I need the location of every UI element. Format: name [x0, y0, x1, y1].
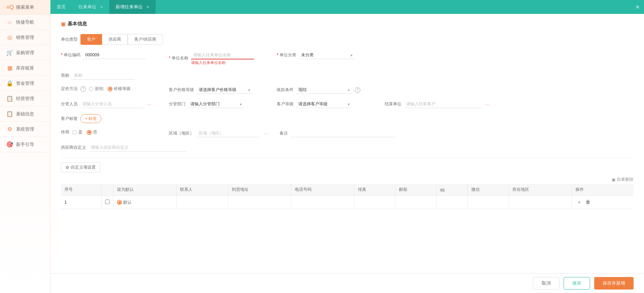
sidebar-item-operation[interactable]: 📋 经营管理: [0, 91, 50, 106]
sidebar-item-label: 销售管理: [16, 34, 34, 41]
department-field: 分管部门 请输入分管部门: [169, 100, 266, 108]
save-and-new-button[interactable]: 保存并新增: [594, 277, 634, 290]
inventory-icon: ▦: [6, 65, 13, 71]
unit-name-label: 单位名称: [169, 55, 188, 61]
manager-input[interactable]: [80, 100, 143, 108]
unit-category-select[interactable]: 未分类: [299, 51, 355, 59]
region-input[interactable]: [197, 129, 259, 137]
col-region: 所在地区: [509, 184, 572, 196]
row-checkbox[interactable]: [105, 200, 110, 204]
abbreviation-input[interactable]: [72, 72, 135, 80]
main-area: 首页 往来单位 ✕ 新增往来单位 ✕ ✕ ▣ 基本信息 单位类型 客户 供应商 …: [50, 0, 644, 293]
tab-bar: 首页 往来单位 ✕ 新增往来单位 ✕ ✕: [50, 0, 644, 14]
tab-partners-close[interactable]: ✕: [100, 5, 103, 9]
unit-name-error-wrapper: 请输入往来单位名称: [191, 51, 254, 65]
remarks-label: 备注: [280, 130, 288, 136]
row-phone: [291, 196, 354, 209]
customer-level-select[interactable]: 请选择客户等级: [296, 100, 352, 108]
cancel-button[interactable]: 取消: [533, 277, 559, 290]
manager-more-btn[interactable]: ···: [146, 101, 153, 107]
supplier-custom-row: 供应商自定义: [61, 144, 634, 152]
row-add-btn[interactable]: ＋: [575, 198, 583, 206]
payment-terms-select[interactable]: 现结: [296, 86, 352, 94]
table-header-row: 序号 设为默认 联系人 到货地址 电话号码 传真 邮箱 qq 微信 所在地区 操…: [61, 184, 634, 196]
unit-name-error-msg: 请输入往来单位名称: [191, 60, 254, 65]
pricing-level-option[interactable]: 价格等级: [108, 86, 131, 92]
unit-type-customer-btn[interactable]: 客户: [80, 34, 102, 45]
disabled-label: 停用: [61, 129, 69, 135]
pricing-level-radio: [108, 87, 112, 91]
department-select[interactable]: 请输入分管部门: [188, 100, 244, 108]
col-fax: 传真: [354, 184, 395, 196]
sidebar-item-finance[interactable]: 🔒 资金管理: [0, 76, 50, 91]
supplier-custom-input[interactable]: [89, 144, 186, 152]
tab-home-label: 首页: [57, 4, 66, 10]
disabled-no-label: 否: [93, 129, 97, 135]
row-seq: 1: [61, 196, 102, 209]
pricing-discount-label: 折扣: [95, 86, 103, 92]
sidebar-item-search[interactable]: ≡Q 搜索菜单: [0, 0, 50, 15]
customer-level-field: 客户等级 请选择客户等级: [277, 100, 374, 108]
tab-new-partner-close[interactable]: ✕: [146, 5, 149, 9]
code-name-category-row: 单位编码 单位名称 请输入往来单位名称 单位分类 未分类: [61, 51, 634, 65]
row-checkbox-cell: [102, 196, 113, 209]
sidebar-item-guide[interactable]: 🎯 新手引导: [0, 137, 50, 152]
tab-partners[interactable]: 往来单位 ✕: [72, 0, 109, 14]
unit-code-field: 单位编码: [61, 51, 158, 59]
tab-home[interactable]: 首页: [50, 0, 72, 14]
row-default-radio-option[interactable]: 默认: [117, 200, 173, 205]
settlement-unit-label: 结算单位: [385, 101, 401, 107]
home-icon: ⌂: [6, 19, 13, 25]
basic-info-icon: 📋: [6, 111, 13, 117]
remarks-input[interactable]: [291, 129, 395, 137]
purchase-icon: 🛒: [6, 49, 13, 56]
row-default-label: 默认: [123, 200, 132, 205]
department-select-wrap: 请输入分管部门: [188, 100, 244, 108]
pricing-help-icon[interactable]: ?: [80, 86, 86, 92]
custom-settings-btn[interactable]: ⚙ 自定义项设置: [61, 162, 100, 172]
section-divider: [61, 158, 634, 158]
tab-new-partner-label: 新增往来单位: [116, 4, 143, 10]
sidebar-item-quick-nav[interactable]: ⌂ 快捷导航: [0, 15, 50, 30]
supplier-custom-label: 供应商自定义: [61, 145, 86, 150]
unit-type-supplier-btn[interactable]: 供应商: [102, 34, 128, 45]
settlement-unit-more-btn[interactable]: ···: [484, 101, 490, 107]
disabled-no-option[interactable]: 否: [87, 129, 97, 135]
sidebar-item-label: 资金管理: [16, 80, 34, 87]
unit-code-input[interactable]: [83, 51, 146, 59]
sidebar-item-inventory[interactable]: ▦ 库存核算: [0, 60, 50, 76]
abbreviation-field: 简称: [61, 72, 158, 80]
sidebar-item-system[interactable]: ⚙ 系统管理: [0, 122, 50, 137]
row-action: ＋ 🗑: [572, 196, 634, 209]
bottom-bar: 取消 保存 保存并新增: [50, 273, 644, 293]
row-region: [509, 196, 572, 209]
sidebar-item-purchase[interactable]: 🛒 采购管理: [0, 45, 50, 60]
add-tag-btn[interactable]: + 标签: [80, 114, 101, 123]
sidebar-item-label: 系统管理: [16, 126, 34, 132]
save-button[interactable]: 保存: [564, 277, 590, 290]
batch-delete-btn[interactable]: ▣ 批量删除: [612, 177, 634, 182]
row-delete-btn[interactable]: 🗑: [584, 198, 592, 205]
col-wechat: 微信: [468, 184, 509, 196]
tab-new-partner[interactable]: 新增往来单位 ✕: [109, 0, 156, 14]
abbreviation-row: 简称: [61, 72, 634, 80]
pricing-discount-option[interactable]: 折扣: [89, 86, 103, 92]
unit-type-both-btn[interactable]: 客户/供应商: [128, 34, 163, 45]
unit-type-field: 单位类型 客户 供应商 客户/供应商: [61, 34, 163, 45]
sidebar-item-basic-info[interactable]: 📋 基础信息: [0, 106, 50, 122]
batch-delete-icon: ▣: [612, 177, 615, 182]
sidebar-item-label: 库存核算: [16, 65, 34, 71]
payment-terms-help-icon[interactable]: ?: [355, 87, 360, 93]
close-all-tabs[interactable]: ✕: [631, 0, 644, 14]
unit-name-input[interactable]: [191, 51, 254, 59]
table-row: 1 默认: [61, 196, 634, 209]
row-default-radio: [117, 200, 122, 205]
section-title-text: 基本信息: [68, 21, 87, 27]
settlement-unit-input[interactable]: [404, 100, 481, 108]
disabled-yes-option[interactable]: 是: [72, 129, 83, 135]
sidebar-item-sales[interactable]: ◎ 销售管理: [0, 30, 50, 45]
sidebar-item-label: 快捷导航: [16, 19, 34, 25]
region-more-btn[interactable]: ···: [262, 131, 269, 136]
customer-price-level-select[interactable]: 请选择客户价格等级: [197, 86, 252, 94]
sidebar: ≡Q 搜索菜单 ⌂ 快捷导航 ◎ 销售管理 🛒 采购管理 ▦ 库存核算 🔒 资金…: [0, 0, 50, 293]
